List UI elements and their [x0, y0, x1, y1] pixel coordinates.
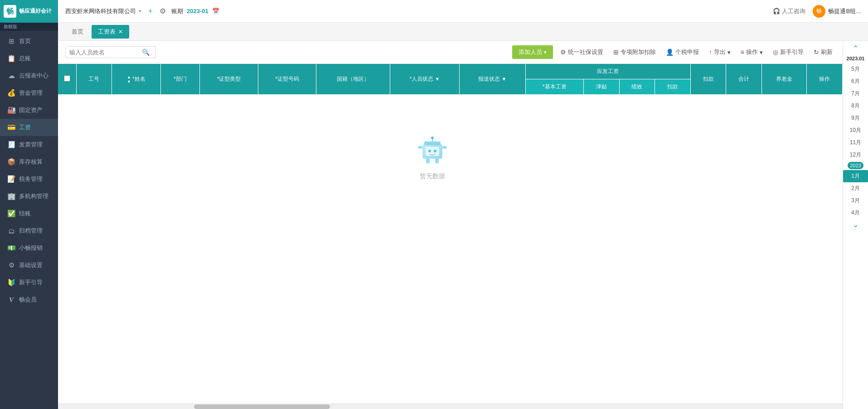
export-dropdown-icon: ▾	[727, 49, 731, 56]
sidebar-item-label: 工资	[19, 123, 31, 131]
header-report-status: 报送状态 ▼	[460, 64, 525, 94]
status-filter-icon[interactable]: ▼	[435, 76, 440, 82]
export-action[interactable]: ↑ 导出 ▾	[706, 46, 733, 58]
month-item-7[interactable]: 7月	[843, 88, 868, 100]
sidebar-item-guide[interactable]: 🔰 新手引导	[0, 274, 58, 291]
sidebar-item-label: 总账	[19, 54, 31, 63]
header-deduction2: 扣款	[655, 79, 691, 95]
sidebar-item-fund[interactable]: 💰 资金管理	[0, 84, 58, 102]
payroll-table: 工号 ▲▼ *姓名 *部门 *证型类型 *证型号码 国籍（地区）	[58, 64, 843, 217]
company-selector[interactable]: 西安虾米网络科技有限公司 ▾	[65, 7, 141, 15]
refresh-action[interactable]: ↻ 刷新	[811, 46, 835, 58]
social-security-icon: ⚙	[560, 49, 566, 56]
month-item-4[interactable]: 4月	[843, 207, 868, 219]
month-item-9[interactable]: 9月	[843, 112, 868, 124]
toolbar: 🔍 添加人员 ▾ ⚙ 统一社保设置 ⊞ 专项附加扣除	[58, 41, 843, 64]
sidebar-item-tax[interactable]: 📝 税务管理	[0, 170, 58, 188]
main-area: 西安虾米网络科技有限公司 ▾ ＋ ⚙ 账期 2023-01 📅 🎧 人工咨询 畅…	[58, 0, 868, 409]
year-badge-2023: 2023	[848, 162, 863, 169]
month-item-8[interactable]: 8月	[843, 100, 868, 112]
month-item-3[interactable]: 3月	[843, 195, 868, 207]
sidebar-item-label: 税务管理	[19, 175, 43, 183]
special-deduction-icon: ⊞	[613, 49, 619, 56]
sidebar-item-label: 首页	[19, 37, 31, 45]
user-info[interactable]: 畅 畅提通B组...	[813, 5, 861, 18]
period-value: 2023-01	[187, 8, 209, 15]
sidebar-item-settings[interactable]: ⚙ 基础设置	[0, 257, 58, 274]
expense-icon: 💵	[7, 244, 15, 252]
search-wrap: 🔍	[65, 46, 156, 58]
inventory-icon: 📦	[7, 158, 15, 166]
service-button[interactable]: 🎧 人工咨询	[773, 7, 805, 15]
new-guide-action[interactable]: ◎ 新手引导	[770, 46, 806, 58]
operations-dropdown-icon: ▾	[760, 49, 763, 56]
multi-org-icon: 🏢	[7, 192, 15, 200]
sidebar-item-invoice[interactable]: 🧾 发票管理	[0, 136, 58, 153]
select-all-checkbox[interactable]	[64, 75, 70, 82]
sidebar-item-member[interactable]: V 畅会员	[0, 291, 58, 308]
content-main: 🔍 添加人员 ▾ ⚙ 统一社保设置 ⊞ 专项附加扣除	[58, 41, 843, 409]
header-payroll-group: 应发工资	[525, 64, 690, 79]
report-filter-icon[interactable]: ▼	[502, 76, 507, 82]
logo-text: 畅应通好会计	[19, 8, 52, 15]
sidebar: 畅 畅应通好会计 旗舰版 ⊞ 首页 📋 总账 ☁ 云报表中心 💰 资金管理 🏭 …	[0, 0, 58, 409]
operations-action[interactable]: ≡ 操作 ▾	[738, 46, 766, 58]
toolbar-right: 添加人员 ▾ ⚙ 统一社保设置 ⊞ 专项附加扣除 👤 个税申报	[512, 45, 835, 59]
user-name: 畅提通B组...	[828, 7, 861, 15]
header-actions: 操作	[807, 64, 843, 94]
add-person-label: 添加人员	[519, 48, 542, 56]
sidebar-item-ledger[interactable]: 📋 总账	[0, 50, 58, 67]
sidebar-item-checkout[interactable]: ✅ 结账	[0, 205, 58, 222]
header-performance: 绩效	[619, 79, 655, 95]
month-item-1[interactable]: 1月	[843, 170, 868, 182]
month-item-2[interactable]: 2月	[843, 182, 868, 195]
calendar-icon[interactable]: 📅	[212, 8, 219, 15]
month-item-11[interactable]: 11月	[843, 136, 868, 149]
sidebar-item-payroll[interactable]: 💳 工资	[0, 119, 58, 136]
sidebar-item-archive[interactable]: 🗂 归档管理	[0, 222, 58, 239]
month-scroll-up-button[interactable]: ⌃	[851, 43, 860, 54]
scrollbar-thumb[interactable]	[194, 404, 330, 409]
logo-icon: 畅	[4, 5, 16, 18]
tab-close-icon[interactable]: ✕	[118, 29, 123, 35]
tab-home[interactable]: 首页	[65, 25, 90, 39]
add-person-button[interactable]: 添加人员 ▾	[512, 45, 553, 59]
sidebar-item-label: 基础设置	[19, 261, 43, 269]
tax-icon: 📝	[7, 175, 15, 183]
sidebar-item-label: 云报表中心	[19, 72, 48, 80]
sidebar-item-label: 结账	[19, 209, 31, 218]
month-panel-year-header: 2023.01	[845, 54, 867, 63]
sidebar-item-multi-org[interactable]: 🏢 多机构管理	[0, 188, 58, 205]
empty-text: 暂无数据	[420, 172, 445, 180]
svg-point-6	[431, 136, 434, 139]
month-item-5[interactable]: 5月	[843, 63, 868, 75]
sidebar-item-cloud-report[interactable]: ☁ 云报表中心	[0, 67, 58, 84]
personal-tax-icon: 👤	[666, 49, 674, 56]
headset-icon: 🎧	[773, 8, 780, 15]
header-bonus: 津贴	[584, 79, 620, 95]
header-nation: 国籍（地区）	[316, 64, 390, 94]
sidebar-item-home[interactable]: ⊞ 首页	[0, 33, 58, 50]
horizontal-scrollbar[interactable]	[58, 404, 843, 409]
settings-button[interactable]: ⚙	[160, 7, 166, 15]
archive-icon: 🗂	[7, 227, 15, 235]
home-icon: ⊞	[7, 37, 15, 45]
add-company-button[interactable]: ＋	[147, 6, 154, 16]
social-security-action[interactable]: ⚙ 统一社保设置	[558, 46, 606, 58]
month-scroll-down-button[interactable]: ⌄	[851, 219, 860, 230]
svg-rect-9	[426, 159, 430, 163]
month-item-10[interactable]: 10月	[843, 124, 868, 136]
sidebar-item-fixed-assets[interactable]: 🏭 固定资产	[0, 102, 58, 119]
sidebar-item-inventory[interactable]: 📦 库存核算	[0, 153, 58, 170]
month-item-6[interactable]: 6月	[843, 75, 868, 88]
search-input[interactable]	[69, 49, 142, 56]
month-item-12[interactable]: 12月	[843, 149, 868, 161]
fixed-assets-icon: 🏭	[7, 106, 15, 114]
search-icon[interactable]: 🔍	[142, 49, 150, 56]
sidebar-nav: ⊞ 首页 📋 总账 ☁ 云报表中心 💰 资金管理 🏭 固定资产 💳 工资 🧾 发…	[0, 31, 58, 409]
guide-icon: 🔰	[7, 278, 15, 287]
sidebar-item-expense[interactable]: 💵 小畅报销	[0, 239, 58, 257]
personal-tax-action[interactable]: 👤 个税申报	[663, 46, 702, 58]
tab-payroll-table[interactable]: 工资表 ✕	[92, 25, 129, 39]
special-deduction-action[interactable]: ⊞ 专项附加扣除	[611, 46, 659, 58]
